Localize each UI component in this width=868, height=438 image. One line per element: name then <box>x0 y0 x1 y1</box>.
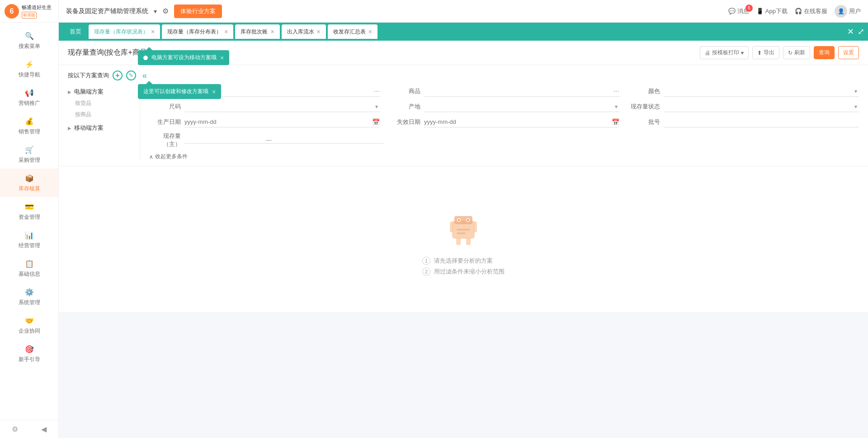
svg-rect-9 <box>473 221 477 232</box>
trial-btn[interactable]: 体验行业方案 <box>174 5 222 18</box>
product-input[interactable] <box>424 86 613 96</box>
tree-expand-icon: ▶ <box>68 89 71 94</box>
finance-icon: 💳 <box>24 202 34 212</box>
tab-close-in-out-flow[interactable]: × <box>317 28 321 35</box>
tab-close-inventory-status[interactable]: × <box>151 28 155 35</box>
tab-close-batch-ledger[interactable]: × <box>270 28 274 35</box>
svg-point-5 <box>467 219 469 221</box>
sidebar: 6 畅通道好生意 标准版 🔍 搜索菜单 ⚡ 快捷导航 📢 营销推广 💰 销售管理… <box>0 0 59 438</box>
export-btn[interactable]: ⬆ 导出 <box>752 46 779 59</box>
sidebar-item-sales[interactable]: 💰 销售管理 <box>0 112 58 140</box>
tree-mobile-group[interactable]: ▶ 移动端方案 <box>68 122 135 134</box>
export-icon: ⬆ <box>757 50 762 56</box>
inv-status-select-wrapper: ▾ <box>664 101 859 112</box>
stock-qty-min[interactable] <box>184 137 264 143</box>
refresh-icon: ↻ <box>788 50 793 56</box>
header-settings-icon[interactable]: ⚙ <box>162 7 169 15</box>
empty-tip2: 2 用过滤条件来缩小分析范围 <box>422 268 505 276</box>
prod-date-range: 📅 <box>184 117 380 127</box>
sidebar-item-search[interactable]: 🔍 搜索菜单 <box>0 26 58 55</box>
page: 现存量查询(按仓库+商品) 🖨 按模板打印 ▾ ⬆ 导出 ↻ 刷新 <box>59 41 868 312</box>
tooltip1-close-btn[interactable]: × <box>220 54 224 61</box>
main-area: 装备及固定资产辅助管理系统 ▾ ⚙ 体验行业方案 💬 6 消息 📱 App下载 … <box>59 0 868 438</box>
origin-select[interactable] <box>424 101 619 112</box>
tab-in-out-flow[interactable]: 出入库流水 × <box>282 24 326 39</box>
sidebar-item-enterprise[interactable]: 🤝 企业协同 <box>0 311 58 339</box>
tip1-num: 1 <box>422 257 430 265</box>
settings-footer-btn[interactable]: ⚙ <box>12 425 18 433</box>
stock-qty-max[interactable] <box>274 137 353 143</box>
svg-rect-7 <box>457 232 466 234</box>
tooltip1-dot <box>143 56 148 60</box>
product-dots[interactable]: ··· <box>613 87 619 95</box>
svg-rect-10 <box>456 238 461 245</box>
sidebar-item-purchase[interactable]: 🛒 采购管理 <box>0 140 58 169</box>
print-icon: 🖨 <box>705 50 710 56</box>
sidebar-item-marketing[interactable]: 📢 营销推广 <box>0 83 58 112</box>
tab-maximize-btn[interactable]: ⤢ <box>858 27 864 37</box>
prod-date-start-input[interactable] <box>184 117 372 127</box>
stock-qty-range: — <box>184 137 383 144</box>
settings-btn[interactable]: 设置 <box>838 46 859 59</box>
origin-select-wrapper: ▾ <box>424 101 619 112</box>
quick-icon: ⚡ <box>24 59 34 69</box>
color-select[interactable] <box>664 86 859 96</box>
user-menu-btn[interactable]: 👤 用户 <box>835 5 861 18</box>
sidebar-item-finance[interactable]: 💳 资金管理 <box>0 197 58 226</box>
filter-size: 尺码 ▾ <box>149 101 380 112</box>
filter-arrow-btn[interactable]: « <box>140 71 150 80</box>
tab-batch-ledger[interactable]: 库存批次账 × <box>235 24 279 39</box>
sidebar-item-system[interactable]: ⚙️ 系统管理 <box>0 283 58 311</box>
tab-inventory-dist[interactable]: 现存量（库存分布表） × <box>162 24 233 39</box>
sidebar-item-basic[interactable]: 📋 基础信息 <box>0 254 58 283</box>
refresh-btn[interactable]: ↻ 刷新 <box>783 46 810 59</box>
inv-status-select[interactable] <box>664 101 859 112</box>
sidebar-item-operations[interactable]: 📊 经营管理 <box>0 226 58 254</box>
color-select-wrapper: ▾ <box>664 86 859 97</box>
prod-date-start-calendar[interactable]: 📅 <box>372 118 380 126</box>
basic-icon: 📋 <box>24 259 34 268</box>
expiry-date-start-input[interactable] <box>424 117 612 127</box>
svg-point-4 <box>458 219 460 221</box>
query-btn[interactable]: 查询 <box>814 46 835 59</box>
warehouse-dots[interactable]: ··· <box>374 87 380 95</box>
tree-item-by-goods[interactable]: 按货品 <box>75 98 135 109</box>
marketing-icon: 📢 <box>24 88 34 98</box>
tree-desktop-items: 按货品 按商品 <box>68 98 135 120</box>
sidebar-item-quick[interactable]: ⚡ 快捷导航 <box>0 55 58 83</box>
size-select[interactable] <box>184 101 380 112</box>
tab-close-all-btn[interactable]: ✕ <box>847 27 854 37</box>
tab-receive-summary[interactable]: 收发存汇总表 × <box>328 24 377 39</box>
expiry-date-start-calendar[interactable]: 📅 <box>612 118 619 126</box>
system-dropdown-btn[interactable]: ▾ <box>154 8 157 15</box>
tab-close-receive-summary[interactable]: × <box>368 28 372 35</box>
tab-bar-right: ✕ ⤢ <box>847 27 864 37</box>
online-support-btn[interactable]: 🎧 在线客服 <box>795 7 827 15</box>
filter-color: 颜色 ▾ <box>628 86 859 97</box>
empty-tips: 1 请先选择要分析的方案 2 用过滤条件来缩小分析范围 <box>422 257 505 276</box>
app-download-btn[interactable]: 📱 App下载 <box>756 7 788 15</box>
tip2-num: 2 <box>422 268 430 276</box>
message-badge: 6 <box>745 5 753 12</box>
svg-rect-6 <box>457 229 470 231</box>
logo-icon: 6 <box>5 4 19 19</box>
tree-desktop-group[interactable]: ▶ 电脑端方案 <box>68 86 135 98</box>
filter-add-btn[interactable]: + <box>113 71 123 80</box>
batch-input[interactable] <box>664 117 859 127</box>
headset-icon: 🎧 <box>795 8 802 14</box>
tree-mobile-label: 移动端方案 <box>74 124 104 132</box>
enterprise-icon: 🤝 <box>24 316 34 325</box>
tab-home[interactable]: 首页 <box>62 23 89 41</box>
collapse-sidebar-btn[interactable]: ◀ <box>41 425 47 433</box>
message-btn[interactable]: 💬 6 消息 <box>728 7 749 15</box>
tab-close-inventory-dist[interactable]: × <box>224 28 228 35</box>
filter-edit-btn[interactable]: ✎ <box>126 71 136 80</box>
sidebar-item-guide[interactable]: 🎯 新手引导 <box>0 339 58 368</box>
tree-item-by-product[interactable]: 按商品 <box>75 109 135 120</box>
top-header: 装备及固定资产辅助管理系统 ▾ ⚙ 体验行业方案 💬 6 消息 📱 App下载 … <box>59 0 868 23</box>
collapse-btn[interactable]: ∧ 收起更多条件 <box>149 153 859 160</box>
tooltip2-close-btn[interactable]: × <box>212 88 216 95</box>
sidebar-item-inventory[interactable]: 📦 库存核算 <box>0 169 58 197</box>
tab-inventory-status[interactable]: 现存量（库存状况表） × <box>89 24 160 39</box>
print-template-btn[interactable]: 🖨 按模板打印 ▾ <box>700 46 749 59</box>
